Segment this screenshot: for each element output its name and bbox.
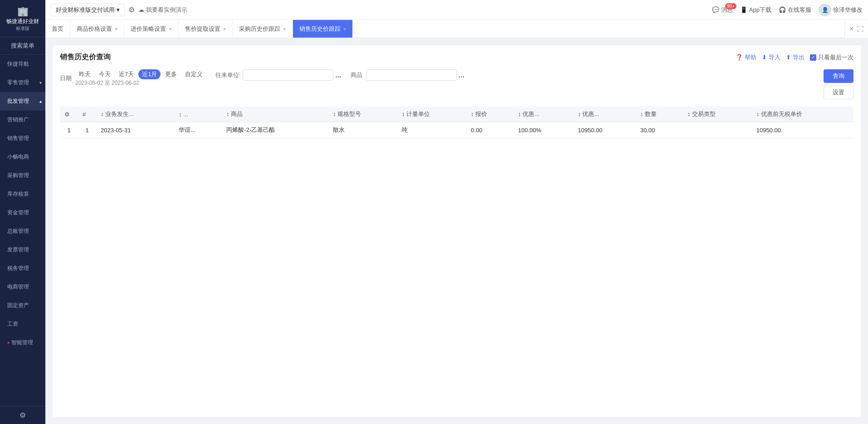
sidebar-footer-settings[interactable]: ⚙ [0, 406, 45, 424]
source-input[interactable] [243, 69, 333, 81]
sidebar-item-finance-label: 资金管理 [7, 209, 42, 217]
export-link[interactable]: ⬆ 导出 [786, 53, 805, 62]
sidebar-item-assets[interactable]: 固定资产 [0, 296, 45, 315]
phone-icon: 📱 [740, 6, 747, 13]
tab-close-icon[interactable]: × [849, 25, 853, 33]
tab-sale-extract[interactable]: 售价提取设置 × [179, 20, 233, 38]
col-date[interactable]: ↕ 业务发生... [96, 106, 174, 122]
app-download-label: App下载 [749, 6, 771, 14]
date-btn-today[interactable]: 今天 [95, 69, 114, 79]
date-btn-1month[interactable]: 近1月 [138, 69, 161, 79]
sidebar-item-finance[interactable]: 资金管理 [0, 203, 45, 222]
tab-purchase-history[interactable]: 采购历史价跟踪 × [233, 20, 293, 38]
col-num: # [78, 106, 96, 122]
page-actions: ❓ 帮助 ⬇ 导入 ⬆ 导出 ✓ 只看最后一次 [736, 53, 853, 62]
col-price[interactable]: ↕ 报价 [466, 106, 513, 122]
sidebar-item-smart-label: 智能管理 [11, 339, 42, 347]
source-input-wrap: ... [243, 69, 341, 81]
tab-expand-icon[interactable]: ⛶ [857, 25, 863, 33]
import-icon: ⬇ [762, 54, 767, 61]
sidebar-item-retail[interactable]: 零售管理 ▾ [0, 73, 45, 92]
question-icon: ❓ [736, 54, 743, 61]
product-dots-button[interactable]: ... [458, 71, 464, 79]
cell-date: 2023-05-31 [96, 122, 174, 138]
help-link[interactable]: ❓ 帮助 [736, 53, 756, 62]
page-header: 销售历史价查询 ❓ 帮助 ⬇ 导入 ⬆ 导出 ✓ [60, 53, 853, 62]
col-product[interactable]: ↕ 商品 [222, 106, 328, 122]
tab-price-close[interactable]: × [115, 26, 117, 32]
demo-link[interactable]: ☁ 我要看实例演示 [138, 6, 187, 14]
topbar-right: 💬 消息 99+ 📱 App下载 🎧 在线客服 👤 徐泽华修改 [712, 4, 863, 16]
col-unit[interactable]: ↕ 计量单位 [397, 106, 466, 122]
company-selector[interactable]: 好业财标准版交付试用 ▾ [51, 4, 125, 16]
only-last-checkbox[interactable]: ✓ 只看最后一次 [810, 53, 853, 62]
cloud-icon: ☁ [138, 6, 144, 13]
sidebar-item-quick-nav-label: 快捷导航 [7, 60, 42, 68]
sidebar-item-ecommerce-small-label: 小畅电商 [7, 153, 42, 161]
date-btn-7days[interactable]: 近7天 [115, 69, 137, 79]
message-button[interactable]: 💬 消息 99+ [712, 6, 733, 14]
tab-sales-history-close[interactable]: × [343, 26, 346, 32]
tab-sale-extract-label: 售价提取设置 [185, 25, 220, 33]
import-label: 导入 [769, 53, 780, 62]
sidebar-logo: 🏢 畅捷通好业财 标准版 [0, 0, 45, 37]
col-discount1[interactable]: ↕ 优惠... [513, 106, 573, 122]
product-input[interactable] [366, 69, 457, 81]
sidebar-item-inventory[interactable]: 库存核算 [0, 185, 45, 203]
logo-icon: 🏢 [17, 5, 29, 17]
page-title: 销售历史价查询 [60, 53, 111, 62]
col-spec[interactable]: ↕ 规格型号 [328, 106, 397, 122]
date-btn-more[interactable]: 更多 [161, 69, 180, 79]
col-gear[interactable]: ⚙ [60, 106, 78, 122]
sidebar-item-payroll[interactable]: 工资 [0, 315, 45, 333]
tab-price[interactable]: 商品价格设置 × [70, 20, 124, 38]
sidebar-item-ecommerce[interactable]: 电商管理 [0, 278, 45, 296]
tab-sales-history[interactable]: 销售历史价跟踪 × [293, 20, 353, 38]
message-badge: 99+ [725, 3, 736, 9]
sidebar-item-ecommerce-small[interactable]: 小畅电商 [0, 148, 45, 166]
settings-button[interactable]: 设置 [824, 86, 853, 99]
demo-text: 我要看实例演示 [146, 6, 187, 14]
col-discount2[interactable]: ↕ 优惠... [573, 106, 635, 122]
topbar: 好业财标准版交付试用 ▾ ⚙ ☁ 我要看实例演示 💬 消息 99+ 📱 App下… [45, 0, 868, 20]
chevron-down-icon: ▾ [117, 6, 120, 13]
date-btn-custom[interactable]: 自定义 [181, 69, 206, 79]
page-card: 销售历史价查询 ❓ 帮助 ⬇ 导入 ⬆ 导出 ✓ [53, 45, 861, 417]
col-c3[interactable]: ↕ ... [174, 106, 222, 122]
tab-purchase-strategy-close[interactable]: × [169, 26, 171, 32]
query-button[interactable]: 查询 [824, 69, 853, 83]
app-download-button[interactable]: 📱 App下载 [740, 6, 771, 14]
sidebar-item-sales[interactable]: 销售管理 [0, 129, 45, 148]
sidebar-search[interactable]: 搜索菜单 [0, 37, 45, 55]
col-trans-type[interactable]: ↕ 交易类型 [683, 106, 752, 122]
tab-purchase-strategy[interactable]: 进价策略设置 × [124, 20, 178, 38]
tab-home[interactable]: 首页 [45, 20, 70, 38]
col-spec-label: ↕ 规格型号 [333, 111, 361, 117]
export-icon: ⬆ [786, 54, 791, 61]
topbar-settings-icon[interactable]: ⚙ [128, 5, 135, 14]
sidebar-item-marketing[interactable]: 营销推广 [0, 111, 45, 129]
col-tax-price[interactable]: ↕ 优惠前无税单价 [752, 106, 853, 122]
sidebar-item-quick-nav[interactable]: 快捷导航 [0, 55, 45, 73]
sidebar-item-purchase[interactable]: 采购管理 [0, 166, 45, 185]
source-filter-label: 往来单位 [215, 71, 239, 79]
sidebar-item-general[interactable]: 总账管理 [0, 222, 45, 241]
user-info[interactable]: 👤 徐泽华修改 [819, 4, 863, 16]
company-name: 好业财标准版交付试用 [56, 6, 115, 14]
tab-purchase-history-close[interactable]: × [283, 26, 286, 32]
sidebar-item-wholesale[interactable]: 批发管理 ▴ [0, 92, 45, 111]
online-service-button[interactable]: 🎧 在线客服 [779, 6, 811, 14]
query-buttons: 查询 设置 [824, 69, 853, 99]
source-dots-button[interactable]: ... [335, 71, 341, 79]
sidebar-item-tax[interactable]: 税务管理 [0, 259, 45, 278]
tabs-bar: 首页 商品价格设置 × 进价策略设置 × 售价提取设置 × 采购历史价跟踪 × … [45, 20, 868, 38]
sidebar-item-invoice[interactable]: 发票管理 [0, 241, 45, 259]
tab-sale-extract-close[interactable]: × [223, 26, 226, 32]
date-btn-yesterday[interactable]: 昨天 [75, 69, 94, 79]
cell-unit: 吨 [397, 122, 466, 138]
col-qty[interactable]: ↕ 数量 [636, 106, 683, 122]
sidebar-item-smart[interactable]: 智能管理 [0, 333, 45, 352]
import-link[interactable]: ⬇ 导入 [762, 53, 780, 62]
data-table: ⚙ # ↕ 业务发生... ↕ ... ↕ 商品 ↕ 规格型号 [60, 106, 853, 138]
tab-purchase-history-label: 采购历史价跟踪 [239, 25, 280, 33]
